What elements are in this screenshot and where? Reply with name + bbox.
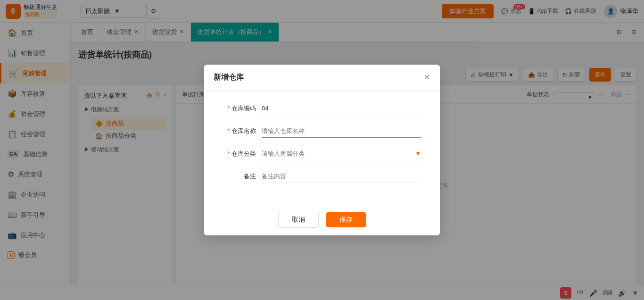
category-dropdown-icon[interactable]: ▼ <box>415 150 421 157</box>
modal-overlay: 新增仓库 ✕ 仓库编码 仓库名称 仓库分类 ▼ <box>0 0 644 300</box>
remark-input[interactable] <box>262 170 421 183</box>
code-input[interactable] <box>262 102 421 115</box>
name-label: 仓库名称 <box>223 127 256 135</box>
remark-label: 备注 <box>223 172 256 181</box>
name-input[interactable] <box>262 125 421 138</box>
cancel-button[interactable]: 取消 <box>278 212 319 228</box>
modal-footer: 取消 保存 <box>204 204 440 235</box>
form-row-category: 仓库分类 ▼ <box>223 147 421 160</box>
form-row-remark: 备注 <box>223 170 421 183</box>
code-label: 仓库编码 <box>223 104 256 113</box>
category-input[interactable] <box>262 150 415 157</box>
modal-header: 新增仓库 ✕ <box>204 65 440 91</box>
category-select[interactable]: ▼ <box>262 147 421 160</box>
category-label: 仓库分类 <box>223 150 256 158</box>
form-row-code: 仓库编码 <box>223 102 421 115</box>
modal-close-button[interactable]: ✕ <box>423 72 430 83</box>
new-warehouse-modal: 新增仓库 ✕ 仓库编码 仓库名称 仓库分类 ▼ <box>204 65 440 235</box>
save-button[interactable]: 保存 <box>326 212 366 227</box>
form-row-name: 仓库名称 <box>223 125 421 138</box>
modal-title: 新增仓库 <box>214 73 244 83</box>
modal-body: 仓库编码 仓库名称 仓库分类 ▼ 备注 <box>204 91 440 204</box>
